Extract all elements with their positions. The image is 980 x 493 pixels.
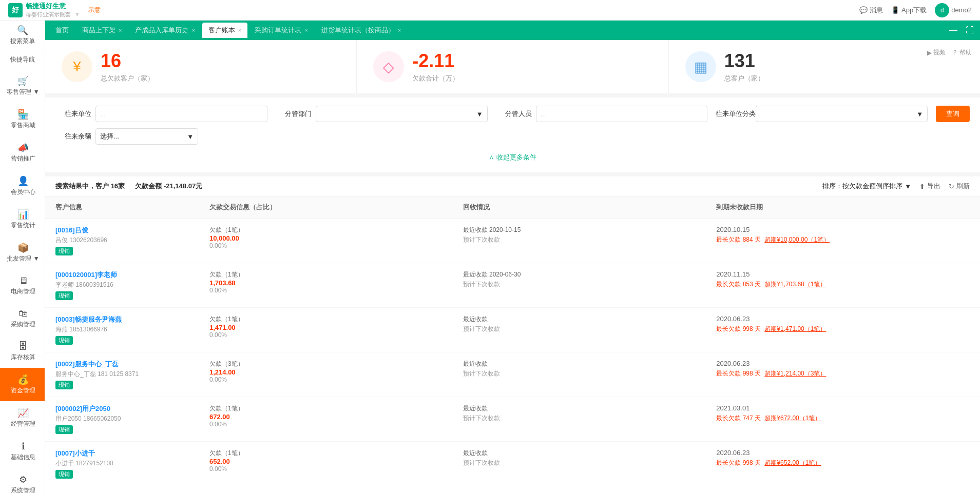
last-collect-1: 最近收款 2020-06-30 [463,270,717,279]
tab-close-production-history[interactable]: × [191,27,195,33]
customer-name-3[interactable]: [0002]服务中心_丁磊 [55,360,209,369]
chevron-down-icon-4: ▼ [905,183,911,190]
sidebar-item-member[interactable]: 👤 会员中心 [0,169,45,203]
customer-name-2[interactable]: [0003]畅捷服务尹海燕 [55,315,209,324]
sidebar-item-inventory[interactable]: 🗄 库存核算 [0,335,45,368]
stats-row: ¥ 16 总欠款客户（家） ◇ -2.11 欠款合计（万） ▦ [45,40,980,93]
refresh-btn[interactable]: ↻ 刷新 [949,182,970,191]
sidebar-item-finance[interactable]: 💰 资金管理 [0,368,45,401]
tab-customer-account[interactable]: 客户账本 × [202,23,247,38]
sidebar-toggle[interactable]: 示意 [88,6,101,14]
tab-product-listing[interactable]: 商品上下架 × [76,23,128,38]
customer-name-0[interactable]: [0016]吕俊 [55,226,209,235]
tab-inbound-stats[interactable]: 进货单统计表（按商品） × [315,23,407,38]
help-btn[interactable]: ？ 帮助 [952,48,972,57]
overdue-info-2: 2020.06.23 最长欠款 998 天 超期¥1,471.00（1笔） [716,315,970,333]
debt-amount-4[interactable]: 672.00 [209,413,463,421]
message-btn[interactable]: 💬 消息 [859,6,883,15]
sort-select[interactable]: 排序：按欠款金额倒序排序 ▼ [822,182,911,191]
debt-count-1: 欠款（1笔） [209,270,463,279]
sidebar-search[interactable]: 🔍 搜索菜单 [0,21,45,50]
sidebar-fast-nav[interactable]: 快捷导航 [0,50,45,69]
export-icon: ⬆ [919,183,925,190]
sidebar-item-retail-store[interactable]: 🏪 零售商城 [0,103,45,136]
tab-home[interactable]: 首页 [49,23,75,38]
search-button[interactable]: 查询 [936,106,970,122]
debt-amount-2[interactable]: 1,471.00 [209,324,463,331]
customer-name-4[interactable]: [000002]用户2050 [55,404,209,413]
debt-count-5: 欠款（1笔） [209,449,463,458]
recover-info-2: 最近收款 预计下次收款 [463,315,717,333]
content-area: ¥ 16 总欠款客户（家） ◇ -2.11 欠款合计（万） ▦ [45,40,980,493]
customer-contact-5: 小进千 18279152100 [55,459,209,468]
debt-amount-0[interactable]: 10,000.00 [209,234,463,242]
source-category-select[interactable]: ▼ [756,106,928,122]
customer-contact-4: 用户2050 18665062050 [55,415,209,423]
customer-name-5[interactable]: [0007]小进千 [55,449,209,458]
filter-source-category: 往来单位分类 ▼ [716,106,928,122]
debt-amount-3[interactable]: 1,214.00 [209,368,463,376]
sidebar-item-purchase[interactable]: 🛍 采购管理 [0,302,45,335]
filter-balance: 往来余额 选择... ▼ [55,128,970,145]
tab-maximize-btn[interactable]: ⛶ [964,26,976,35]
overdue-days-0[interactable]: 最长欠款 884 天 超期¥10,000.00（1笔） [716,235,970,244]
debt-percent-5: 0.00% [209,465,463,472]
refresh-icon: ↻ [949,183,954,190]
branch-person-input[interactable]: ... [536,106,708,122]
sidebar-item-retail-mgmt[interactable]: 🛒 零售管理 ▼ [0,69,45,103]
customer-tag-1: 现销 [55,291,73,300]
next-collect-2: 预计下次收款 [463,325,717,333]
filter-branch-dept: 分管部门 ▼ [276,106,488,122]
sidebar-item-marketing[interactable]: 📣 营销推广 [0,136,45,169]
next-collect-1: 预计下次收款 [463,280,717,289]
top-bar-right: 💬 消息 📱 App下载 d demo2 [859,3,972,17]
source-unit-input[interactable]: ... [95,106,267,122]
user-menu[interactable]: d demo2 [935,3,972,17]
stat-card-overdue-customers: ¥ 16 总欠款客户（家） [45,40,357,93]
collapse-filter-btn[interactable]: ∧ 收起更多条件 [55,151,970,164]
tab-close-product-listing[interactable]: × [119,27,122,33]
sidebar-item-batch-mgmt[interactable]: 📦 批发管理 ▼ [0,236,45,269]
branch-dept-select[interactable]: ▼ [316,106,488,122]
overdue-info-1: 2020.11.15 最长欠款 853 天 超期¥1,703.68（1笔） [716,270,970,289]
video-btn[interactable]: ▶ 视频 [927,48,946,57]
tab-minimize-btn[interactable]: — [947,26,959,35]
sidebar-item-system[interactable]: ⚙ 系统管理 [0,468,45,493]
logo-icon: 好 [8,3,23,17]
tab-close-inbound-stats[interactable]: × [398,27,401,33]
stat-value-amount: -2.11 [412,50,459,72]
recover-info-0: 最近收款 2020-10-15 预计下次收款 [463,226,717,244]
business-icon: 📈 [4,407,43,419]
tab-close-customer-account[interactable]: × [238,27,241,33]
balance-select[interactable]: 选择... ▼ [95,128,198,145]
table-row: [0007]小进千 小进千 18279152100 现销 欠款（1笔） 652.… [45,442,980,486]
filter-row-2: 往来余额 选择... ▼ [55,128,970,145]
tab-close-purchase-stats[interactable]: × [304,27,308,33]
filter-row-1: 往来单位 ... 分管部门 ▼ 分管人员 [55,106,970,122]
tab-purchase-stats[interactable]: 采购订单统计表 × [248,23,314,38]
sidebar-item-basic-info[interactable]: ℹ 基础信息 [0,435,45,468]
top-bar-left: 好 畅捷通好生意 母婴行业演示账套 ▼ 示意 [8,2,101,18]
overdue-days-1[interactable]: 最长欠款 853 天 超期¥1,703.68（1笔） [716,280,970,289]
overdue-days-2[interactable]: 最长欠款 998 天 超期¥1,471.00（1笔） [716,325,970,333]
due-date-2: 2020.06.23 [716,315,970,323]
export-btn[interactable]: ⬆ 导出 [919,182,940,191]
recover-info-3: 最近收款 预计下次收款 [463,360,717,378]
overdue-days-4[interactable]: 最长欠款 747 天 超期¥672.00（1笔） [716,414,970,423]
debt-amount-5[interactable]: 652.00 [209,458,463,465]
overdue-days-3[interactable]: 最长欠款 998 天 超期¥1,214.00（3笔） [716,369,970,378]
sidebar-item-ecommerce[interactable]: 🖥 电商管理 [0,269,45,302]
due-date-4: 2021.03.01 [716,404,970,412]
sidebar: 🔍 搜索菜单 快捷导航 🛒 零售管理 ▼ 🏪 零售商城 📣 营销推广 👤 会员中… [0,21,45,493]
sidebar-item-retail-stats[interactable]: 📊 零售统计 [0,203,45,236]
tab-production-history[interactable]: 产成品入库单历史 × [129,23,201,38]
app-download-btn[interactable]: 📱 App下载 [891,6,927,15]
debt-amount-1[interactable]: 1,703.68 [209,279,463,287]
next-collect-3: 预计下次收款 [463,369,717,378]
customer-name-1[interactable]: [0001020001]李老师 [55,270,209,280]
table-row: [0002]服务中心_丁磊 服务中心_丁磊 181 0125 8371 现销 欠… [45,352,980,397]
overdue-days-5[interactable]: 最长欠款 998 天 超期¥652.00（1笔） [716,459,970,467]
member-icon: 👤 [4,175,43,187]
sidebar-item-business[interactable]: 📈 经营管理 [0,401,45,435]
customer-info-4: [000002]用户2050 用户2050 18665062050 现销 [55,404,209,434]
